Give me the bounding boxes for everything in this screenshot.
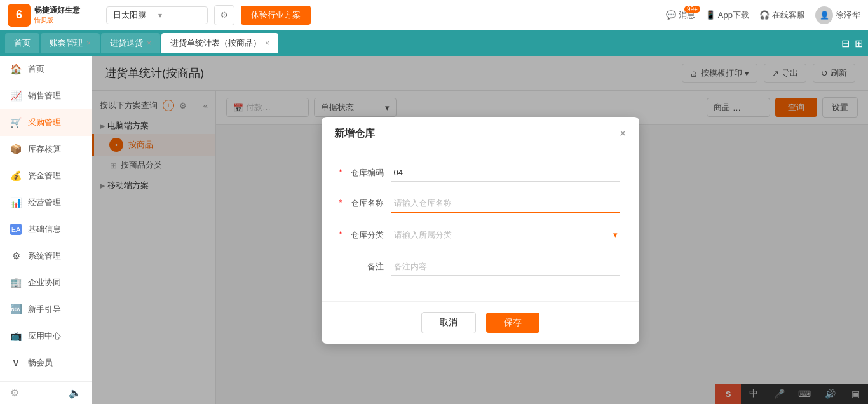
inventory-icon: 📦 bbox=[10, 144, 22, 155]
online-service-button[interactable]: 🎧 在线客服 bbox=[759, 10, 805, 21]
app-center-icon: 📺 bbox=[10, 330, 22, 342]
main-layout: 🏠 首页 📈 销售管理 🛒 采购管理 📦 库存核算 💰 资金管理 📊 经营管理 … bbox=[0, 56, 868, 404]
sidebar-item-guide[interactable]: 🆕 新手引导 bbox=[0, 296, 92, 323]
dialog-footer: 取消 保存 bbox=[322, 301, 639, 344]
chevron-down-icon: ▾ bbox=[158, 11, 201, 20]
sidebar-item-sales[interactable]: 📈 销售管理 bbox=[0, 83, 92, 109]
tab-purchase-return[interactable]: 进货退货 × bbox=[101, 33, 160, 53]
tab-expand-icon[interactable]: ⊞ bbox=[855, 37, 863, 50]
purchase-icon: 🛒 bbox=[10, 117, 22, 128]
finance-icon: 💰 bbox=[10, 170, 22, 182]
logo-area: 6 畅捷通好生意 惜贝版 bbox=[8, 4, 100, 27]
sidebar-sales-label: 销售管理 bbox=[28, 90, 61, 102]
modal-overlay: 新增仓库 × 仓库编码 仓库名称 仓库分类 请输入 bbox=[92, 56, 868, 404]
tab-account[interactable]: 账套管理 × bbox=[41, 33, 100, 53]
tab-account-label: 账套管理 bbox=[50, 37, 83, 49]
code-label: 仓库编码 bbox=[341, 167, 391, 178]
message-badge: 99+ bbox=[684, 6, 700, 13]
sidebar-bottom: ⚙ 🔈 bbox=[0, 381, 92, 404]
logo-text: 畅捷通好生意 bbox=[34, 5, 80, 16]
form-row-remark: 备注 bbox=[341, 258, 620, 276]
sidebar-operations-label: 经营管理 bbox=[28, 197, 61, 208]
name-input[interactable] bbox=[391, 194, 620, 213]
store-selector[interactable]: 日太阳膜 ▾ bbox=[106, 6, 208, 24]
top-bar: 6 畅捷通好生意 惜贝版 日太阳膜 ▾ ⚙ 体验行业方案 💬 消息 99+ 📱 … bbox=[0, 0, 868, 30]
sidebar-home-label: 首页 bbox=[28, 64, 44, 75]
dialog-body: 仓库编码 仓库名称 仓库分类 请输入所属分类 ▾ bbox=[322, 151, 639, 301]
category-label: 仓库分类 bbox=[341, 229, 391, 241]
tab-home-label: 首页 bbox=[14, 37, 31, 49]
gear-icon: ⚙ bbox=[220, 10, 228, 20]
sidebar-item-operations[interactable]: 📊 经营管理 bbox=[0, 189, 92, 216]
dialog-header: 新增仓库 × bbox=[322, 117, 639, 151]
form-row-code: 仓库编码 bbox=[341, 164, 620, 182]
tab-home[interactable]: 首页 bbox=[5, 33, 39, 53]
name-label: 仓库名称 bbox=[341, 198, 391, 209]
sidebar-inventory-label: 库存核算 bbox=[28, 144, 61, 155]
form-row-name: 仓库名称 bbox=[341, 194, 620, 213]
remark-input[interactable] bbox=[391, 258, 620, 276]
sidebar-item-home[interactable]: 🏠 首页 bbox=[0, 56, 92, 83]
sidebar-finance-label: 资金管理 bbox=[28, 170, 61, 182]
sidebar-item-basic-info[interactable]: EA 基础信息 bbox=[0, 216, 92, 243]
sidebar-guide-label: 新手引导 bbox=[28, 304, 61, 315]
try-industry-button[interactable]: 体验行业方案 bbox=[241, 6, 311, 25]
new-warehouse-dialog: 新增仓库 × 仓库编码 仓库名称 仓库分类 请输入 bbox=[322, 117, 639, 344]
dialog-title: 新增仓库 bbox=[334, 127, 375, 140]
sidebar-app-center-label: 应用中心 bbox=[28, 330, 61, 342]
content-area: 进货单统计(按商品) 🖨 按模板打印 ▾ ↗ 导出 ↺ 刷新 bbox=[92, 56, 868, 404]
avatar: 👤 bbox=[815, 6, 833, 24]
sidebar-item-finance[interactable]: 💰 资金管理 bbox=[0, 163, 92, 189]
sidebar-item-purchase[interactable]: 🛒 采购管理 bbox=[0, 109, 92, 136]
form-row-category: 仓库分类 请输入所属分类 ▾ bbox=[341, 226, 620, 245]
sidebar-item-member[interactable]: V 畅会员 bbox=[0, 349, 92, 376]
category-dropdown-icon: ▾ bbox=[613, 230, 618, 239]
tab-purchase-stats-label: 进货单统计表（按商品） bbox=[170, 37, 261, 49]
operations-icon: 📊 bbox=[10, 197, 22, 208]
sidebar-system-label: 系统管理 bbox=[28, 250, 61, 262]
tab-purchase-stats[interactable]: 进货单统计表（按商品） × bbox=[161, 33, 278, 53]
user-icon: 👤 bbox=[820, 11, 829, 20]
mobile-icon: 📱 bbox=[705, 10, 715, 20]
tab-account-close[interactable]: × bbox=[86, 39, 91, 48]
headset-icon: 🎧 bbox=[759, 10, 770, 20]
category-placeholder: 请输入所属分类 bbox=[394, 229, 452, 241]
basic-info-icon: EA bbox=[10, 224, 22, 235]
settings-bottom-icon[interactable]: ⚙ bbox=[10, 387, 19, 399]
store-name: 日太阳膜 bbox=[113, 10, 156, 21]
code-input[interactable] bbox=[391, 164, 620, 182]
tab-minimize-icon[interactable]: ⊟ bbox=[841, 37, 850, 50]
sidebar-item-inventory[interactable]: 📦 库存核算 bbox=[0, 136, 92, 163]
sidebar: 🏠 首页 📈 销售管理 🛒 采购管理 📦 库存核算 💰 资金管理 📊 经营管理 … bbox=[0, 56, 92, 404]
home-icon: 🏠 bbox=[10, 64, 22, 75]
user-menu[interactable]: 👤 徐泽华 bbox=[815, 6, 860, 24]
logo-icon: 6 bbox=[8, 4, 31, 27]
sidebar-item-system[interactable]: ⚙ 系统管理 bbox=[0, 243, 92, 269]
enterprise-icon: 🏢 bbox=[10, 277, 22, 288]
sidebar-item-app-center[interactable]: 📺 应用中心 bbox=[0, 323, 92, 349]
logo-sub: 惜贝版 bbox=[34, 16, 80, 25]
sidebar-purchase-label: 采购管理 bbox=[28, 117, 61, 128]
category-select[interactable]: 请输入所属分类 ▾ bbox=[391, 226, 620, 245]
speaker-icon[interactable]: 🔈 bbox=[69, 387, 81, 399]
tab-bar-controls: ⊟ ⊞ bbox=[841, 37, 863, 50]
tab-bar: 首页 账套管理 × 进货退货 × 进货单统计表（按商品） × ⊟ ⊞ bbox=[0, 30, 868, 56]
sidebar-enterprise-label: 企业协同 bbox=[28, 277, 61, 288]
tab-purchase-return-close[interactable]: × bbox=[147, 39, 151, 48]
remark-label: 备注 bbox=[341, 261, 391, 273]
save-button[interactable]: 保存 bbox=[486, 313, 539, 333]
dialog-close-button[interactable]: × bbox=[620, 128, 627, 139]
gear-button[interactable]: ⚙ bbox=[214, 5, 234, 25]
messages-button[interactable]: 💬 消息 99+ bbox=[666, 10, 695, 21]
top-right-area: 💬 消息 99+ 📱 App下载 🎧 在线客服 👤 徐泽华 bbox=[666, 6, 860, 24]
user-name: 徐泽华 bbox=[836, 10, 860, 21]
system-icon: ⚙ bbox=[10, 250, 22, 262]
tab-purchase-stats-close[interactable]: × bbox=[265, 39, 269, 48]
member-icon: V bbox=[10, 357, 22, 368]
cancel-button[interactable]: 取消 bbox=[421, 312, 476, 333]
sidebar-item-enterprise[interactable]: 🏢 企业协同 bbox=[0, 269, 92, 296]
tab-purchase-return-label: 进货退货 bbox=[110, 37, 143, 49]
app-download-button[interactable]: 📱 App下载 bbox=[705, 10, 749, 21]
sidebar-basic-info-label: 基础信息 bbox=[28, 224, 61, 235]
message-icon: 💬 bbox=[666, 10, 676, 20]
